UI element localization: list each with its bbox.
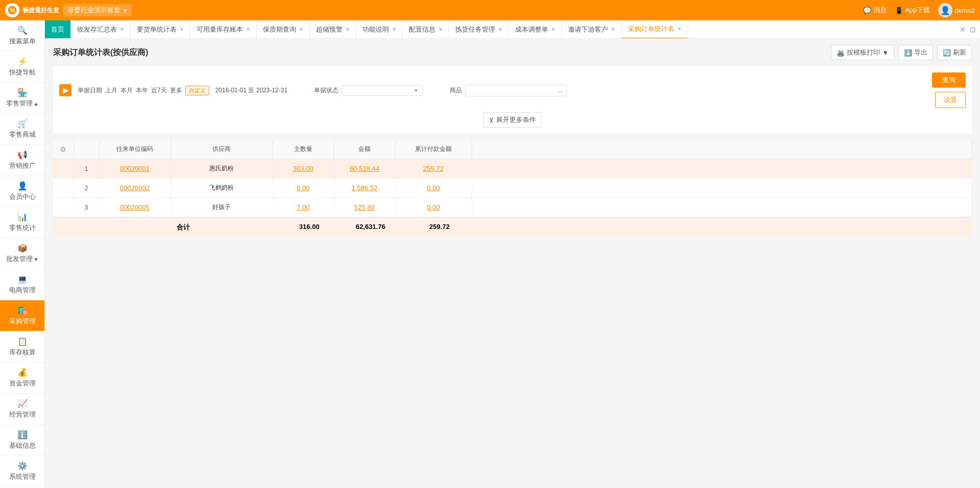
col-header-seq — [74, 140, 99, 159]
retail-icon: 🏪 — [17, 88, 28, 97]
tab-overstock-warning[interactable]: 超储预警 ✕ — [310, 20, 356, 39]
date-custom-tag[interactable]: 自定义 — [185, 86, 209, 95]
tab-invite-downstream[interactable]: 邀请下游客户 ✕ — [562, 20, 622, 39]
sidebar-item-basic[interactable]: ℹ️ 基础信息 — [0, 425, 44, 456]
app-download-btn[interactable]: 📱 App下载 — [895, 6, 930, 15]
tab-cost-adjust[interactable]: 成本调整单 ✕ — [509, 20, 562, 39]
expand-more-label: 展开更多条件 — [496, 115, 536, 124]
tab-cost-adjust-close[interactable]: ✕ — [551, 27, 555, 32]
sidebar-item-ecommerce[interactable]: 💻 电商管理 — [0, 269, 44, 300]
status-label: 单据状态 — [314, 86, 338, 95]
expand-tab-btn[interactable]: ⊡ — [970, 25, 976, 34]
table-row[interactable]: 1 00020001 惠氏奶粉 303.00 60,519.44 — [53, 159, 972, 178]
export-button[interactable]: ⬇️ 导出 — [898, 45, 933, 60]
tab-invite-label: 邀请下游客户 — [568, 25, 608, 34]
shortcut-7days[interactable]: 近7天 — [151, 86, 167, 95]
row-1-code: 00020001 — [99, 159, 170, 178]
footer-code-col — [105, 223, 177, 232]
retail-store-icon: 🛒 — [17, 119, 28, 129]
refresh-button[interactable]: 🔄 刷新 — [937, 45, 972, 60]
row-2-check — [53, 178, 74, 198]
sidebar-item-marketing[interactable]: 📢 营销推广 — [0, 145, 44, 176]
tab-config-close[interactable]: ✕ — [438, 27, 443, 32]
member-icon: 👤 — [17, 181, 28, 191]
tab-available-inventory[interactable]: 可用量库存账本 ✕ — [190, 20, 257, 39]
svg-text:畅: 畅 — [10, 7, 15, 13]
col-header-settings: ⚙ — [53, 140, 74, 159]
tab-expiry-query[interactable]: 保质期查询 ✕ — [257, 20, 310, 39]
tab-purchase-stats-close[interactable]: ✕ — [180, 27, 184, 32]
print-icon: 🖨️ — [837, 49, 845, 57]
shortcut-this-year[interactable]: 本年 — [136, 86, 148, 95]
print-button[interactable]: 🖨️ 按模板打印 ▼ — [831, 45, 894, 60]
sidebar-item-quick-nav[interactable]: ⚡ 快捷导航 — [0, 52, 44, 83]
system-icon: ⚙️ — [17, 461, 28, 471]
tab-function-desc[interactable]: 功能说明 ✕ — [356, 20, 403, 39]
table-footer: 合计 316.00 62,631.76 259.72 — [53, 217, 972, 237]
row-3-empty — [472, 198, 972, 217]
tab-collect-pay-close[interactable]: ✕ — [120, 27, 124, 32]
operation-icon: 📈 — [17, 399, 28, 408]
sidebar-item-member[interactable]: 👤 会员中心 — [0, 176, 44, 207]
status-select[interactable]: ▼ — [341, 85, 423, 96]
sidebar-item-operation[interactable]: 📈 经营管理 — [0, 394, 44, 425]
tab-home[interactable]: 首页 — [45, 20, 71, 39]
sidebar-item-retail-stats[interactable]: 📊 零售统计 — [0, 207, 44, 238]
tab-purchase-order-stats[interactable]: 采购订单统计表 ✕ — [622, 20, 688, 39]
tab-overstock-close[interactable]: ✕ — [346, 27, 350, 32]
shortcut-more[interactable]: 更多 — [170, 86, 182, 95]
row-1-supplier: 惠氏奶粉 — [170, 159, 273, 178]
table-row[interactable]: 3 00020005 好孩子 7.00 525.80 — [53, 198, 972, 217]
tab-config-info[interactable]: 配置信息 ✕ — [403, 20, 449, 39]
shortcut-this-month[interactable]: 本月 — [120, 86, 133, 95]
table-header-row: ⚙ 往来单位编码 供应商 主数量 金额 累计付款金额 — [53, 140, 972, 159]
goods-select[interactable]: ... — [465, 84, 567, 96]
breadcrumb[interactable]: 母婴行业演示账套 ▼ — [63, 4, 132, 16]
sidebar-item-finance[interactable]: 💰 资金管理 — [0, 363, 44, 394]
tab-available-inventory-close[interactable]: ✕ — [246, 27, 250, 32]
query-button[interactable]: 查询 — [932, 72, 966, 88]
row-2-supplier: 飞鹤奶粉 — [170, 178, 273, 198]
tab-pick-task-close[interactable]: ✕ — [498, 27, 502, 32]
tab-collect-pay[interactable]: 收发存汇总表 ✕ — [71, 20, 131, 39]
sidebar-item-purchase[interactable]: 🛍️ 采购管理 — [0, 300, 44, 331]
sidebar-item-search[interactable]: 🔍 搜索菜单 — [0, 20, 44, 52]
expand-more-button[interactable]: ⊻ 展开更多条件 — [483, 112, 542, 127]
filter-row-1: ▶ 单据日期 上月 本月 本年 近7天 更多 自定义 2016-0 — [59, 72, 966, 108]
top-bar-right: 💬 消息 📱 App下载 👤 demo2 — [863, 3, 975, 17]
filter-toggle-btn[interactable]: ▶ — [59, 84, 71, 96]
col-header-code: 往来单位编码 — [99, 140, 170, 159]
shortcut-last-month[interactable]: 上月 — [105, 86, 117, 95]
user-area[interactable]: 👤 demo2 — [938, 3, 975, 17]
column-settings-icon[interactable]: ⚙ — [60, 145, 66, 153]
sidebar-item-retail-store[interactable]: 🛒 零售商城 — [0, 114, 44, 145]
row-3-paid: 0.00 — [395, 198, 472, 217]
tab-pick-task[interactable]: 拣货任务管理 ✕ — [449, 20, 509, 39]
sidebar-item-wholesale[interactable]: 📦 批发管理 ▼ — [0, 238, 44, 269]
tab-expiry-query-close[interactable]: ✕ — [299, 27, 303, 32]
close-tab-btn[interactable]: ✕ — [960, 25, 966, 34]
page-header-actions: 🖨️ 按模板打印 ▼ ⬇️ 导出 🔄 刷新 — [831, 45, 972, 60]
tab-function-close[interactable]: ✕ — [392, 27, 396, 32]
breadcrumb-arrow-icon: ▼ — [122, 8, 128, 13]
download-icon: 📱 — [895, 7, 903, 14]
goods-ellipsis: ... — [557, 87, 562, 94]
tab-purchase-stats[interactable]: 要货单统计表 ✕ — [131, 20, 190, 39]
page-header: 采购订单统计表(按供应商) 🖨️ 按模板打印 ▼ ⬇️ 导出 🔄 刷新 — [53, 45, 972, 60]
settings-button[interactable]: 设置 — [935, 92, 966, 108]
logo-area: 畅 畅捷通好生意 — [5, 3, 59, 17]
tab-invite-close[interactable]: ✕ — [611, 27, 615, 32]
tab-purchase-order-label: 采购订单统计表 — [628, 24, 674, 34]
filter-date-item: 单据日期 上月 本月 本年 近7天 更多 自定义 — [78, 86, 209, 95]
message-btn[interactable]: 💬 消息 — [863, 6, 887, 15]
tab-purchase-order-close[interactable]: ✕ — [677, 26, 681, 32]
table-row[interactable]: 2 00020002 飞鹤奶粉 6.00 1,586.52 — [53, 178, 972, 198]
col-header-paid: 累计付款金额 — [395, 140, 472, 159]
sidebar-item-system[interactable]: ⚙️ 系统管理 — [0, 456, 44, 487]
row-3-amount: 525.80 — [334, 198, 395, 217]
sidebar-item-inventory[interactable]: 📋 库存核算 — [0, 331, 44, 363]
main-layout: 🔍 搜索菜单 ⚡ 快捷导航 🏪 零售管理 ▲ 🛒 零售商城 📢 营销推广 👤 会… — [0, 20, 980, 488]
purchase-icon: 🛍️ — [17, 305, 28, 315]
print-arrow-icon: ▼ — [882, 49, 889, 57]
sidebar-item-retail[interactable]: 🏪 零售管理 ▲ — [0, 83, 44, 114]
